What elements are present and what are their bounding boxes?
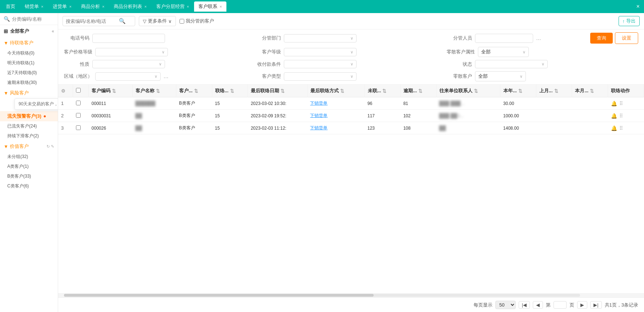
col-this-month[interactable]: 本月... ⇅ <box>572 85 608 97</box>
area-select[interactable]: ∨ <box>95 72 161 81</box>
col-contact-person[interactable]: 往来单位联系人 ⇅ <box>436 85 500 97</box>
row-select-2[interactable] <box>76 113 81 118</box>
row-checkbox-2[interactable] <box>73 110 89 122</box>
tab-close-sales[interactable]: × <box>41 4 43 9</box>
col-not-contact[interactable]: 未联... ⇅ <box>365 85 401 97</box>
status-select[interactable]: ∨ <box>475 60 548 68</box>
sort-icon-last-date: ⇅ <box>281 88 285 94</box>
sidebar-search-input[interactable] <box>12 16 54 22</box>
sidebar-group-risk[interactable]: ▼ 风险客户 <box>0 88 58 98</box>
phone-input[interactable] <box>92 34 165 43</box>
col-this-year[interactable]: 本年... ⇅ <box>500 85 536 97</box>
close-window-icon[interactable]: × <box>633 3 643 10</box>
sidebar-item-ungrouped[interactable]: 未分组(32) <box>0 152 58 162</box>
row-this-month-2 <box>572 110 608 122</box>
retail-attr-select[interactable]: 全部 ∨ <box>478 47 529 57</box>
sidebar-item-week-pending[interactable]: 近7天待联络(0) <box>0 68 58 78</box>
tab-close-customer-layer[interactable]: × <box>187 4 189 9</box>
row-select-3[interactable] <box>76 125 81 130</box>
tab-close-customer-contact[interactable]: × <box>220 4 222 9</box>
sidebar-group-pending[interactable]: ▼ 待联络客户 <box>0 37 58 48</box>
price-grade-select[interactable]: ∨ <box>95 48 168 56</box>
phone-label: 电话号码 <box>64 35 89 41</box>
row-method-1[interactable]: 下销货单 <box>307 97 365 110</box>
my-customers-checkbox[interactable] <box>180 19 184 24</box>
sidebar-root[interactable]: ⊞ 全部客户 « <box>0 25 58 37</box>
area-dots[interactable]: ... <box>164 73 168 80</box>
settings-button[interactable]: 设置 <box>615 32 638 44</box>
tab-purchase[interactable]: 进货单 × <box>48 1 76 12</box>
retail-customer-select[interactable]: 全部 ∨ <box>475 71 526 81</box>
tab-close-product-list[interactable]: × <box>144 4 146 9</box>
more-icon-2[interactable]: ⠿ <box>619 113 623 119</box>
tab-close-product-analysis[interactable]: × <box>102 4 104 9</box>
more-filter-button[interactable]: ▽ 更多条件 ∨ <box>139 16 176 26</box>
payment-select[interactable]: ∨ <box>284 60 357 68</box>
sidebar-item-overdue-pending[interactable]: 逾期未联络(30) <box>0 78 58 88</box>
col-settings[interactable]: ⚙ <box>58 85 73 97</box>
tab-product-list[interactable]: 商品分析列表 × <box>109 1 151 12</box>
contact-icon-1[interactable]: 🔔 <box>611 101 617 106</box>
row-checkbox-3[interactable] <box>73 122 89 134</box>
sidebar-item-class-a[interactable]: A类客户(1) <box>0 162 58 171</box>
col-code[interactable]: 客户编码 ⇅ <box>89 85 132 97</box>
gender-select[interactable]: ∨ <box>92 60 165 68</box>
tab-customer-contact[interactable]: 客户联系 × <box>194 1 226 12</box>
col-checkbox[interactable] <box>73 85 89 97</box>
row-select-1[interactable] <box>76 101 81 105</box>
scroll-thumb[interactable] <box>64 294 374 297</box>
more-icon-1[interactable]: ⠿ <box>619 101 623 106</box>
sidebar-item-churn-warning[interactable]: 流失预警客户(3) ● <box>0 111 58 121</box>
col-last-month[interactable]: 上月... ⇅ <box>536 85 572 97</box>
sidebar-item-tomorrow-pending[interactable]: 明天待联络(1) <box>0 58 58 68</box>
customer-type-select[interactable]: ∨ <box>284 72 357 81</box>
last-page-btn[interactable]: ▶| <box>590 301 601 309</box>
sidebar-group-value[interactable]: ▼ 价值客户 ↻ ✎ <box>0 141 58 152</box>
row-name-2: ██ <box>132 110 176 122</box>
retail-customer-label: 零散客户 <box>447 73 472 80</box>
customer-grade-select[interactable]: ∨ <box>284 48 357 56</box>
contact-icon-3[interactable]: 🔔 <box>611 125 617 131</box>
page-input[interactable]: 1 <box>554 301 567 309</box>
tab-home[interactable]: 首页 <box>1 1 20 12</box>
table-settings-icon[interactable]: ⚙ <box>61 88 65 94</box>
sidebar-item-today-pending[interactable]: 今天待联络(0) <box>0 48 58 58</box>
col-overdue[interactable]: 逾期... ⇅ <box>401 85 436 97</box>
tab-product-analysis[interactable]: 商品分析 × <box>77 1 109 12</box>
col-last-method[interactable]: 最后联络方式 ⇅ <box>307 85 365 97</box>
status-dropdown-icon: ∨ <box>542 62 544 66</box>
query-button[interactable]: 查询 <box>590 33 613 44</box>
more-icon-3[interactable]: ⠿ <box>619 125 623 131</box>
search-submit-icon[interactable]: 🔍 <box>119 18 126 24</box>
next-page-btn[interactable]: ▶ <box>577 301 587 309</box>
sidebar-item-class-b[interactable]: B类客户(33) <box>0 171 58 181</box>
sidebar-item-declining[interactable]: 持续下滑客户(2) <box>0 131 58 141</box>
contact-icon-2[interactable]: 🔔 <box>611 113 617 119</box>
per-page-select[interactable]: 50 100 200 <box>495 301 516 309</box>
my-customers-checkbox-label[interactable]: 我分管的客户 <box>180 18 214 24</box>
col-contact[interactable]: 联络... ⇅ <box>212 85 248 97</box>
sidebar-item-class-c[interactable]: C类客户(6) <box>0 181 58 191</box>
select-all-checkbox[interactable] <box>76 88 81 93</box>
gender-dropdown-icon: ∨ <box>159 62 162 66</box>
row-method-2[interactable]: 下销货单 <box>307 110 365 122</box>
tab-customer-layer[interactable]: 客户分层经营 × <box>152 1 193 12</box>
dept-select[interactable]: ∨ <box>284 34 357 42</box>
prev-page-btn[interactable]: ◀ <box>533 301 543 309</box>
col-last-date[interactable]: 最后联络日期 ⇅ <box>248 85 307 97</box>
manager-input[interactable] <box>475 34 533 43</box>
first-page-btn[interactable]: |◀ <box>519 301 530 309</box>
collapse-btn[interactable]: « <box>52 29 54 34</box>
search-input[interactable] <box>66 19 117 24</box>
scroll-track[interactable] <box>64 294 580 297</box>
row-method-3[interactable]: 下销货单 <box>307 122 365 134</box>
tab-close-purchase[interactable]: × <box>69 4 71 9</box>
col-name[interactable]: 客户名称 ⇅ <box>132 85 176 97</box>
col-type[interactable]: 客户... ⇅ <box>176 85 212 97</box>
horizontal-scrollbar[interactable] <box>58 293 644 297</box>
export-button[interactable]: ↑ 导出 <box>619 16 640 26</box>
sidebar-item-lost[interactable]: 已流失客户(24) <box>0 121 58 131</box>
manager-dots[interactable]: ... <box>536 35 541 41</box>
row-checkbox-1[interactable] <box>73 97 89 110</box>
tab-sales[interactable]: 销货单 × <box>20 1 48 12</box>
